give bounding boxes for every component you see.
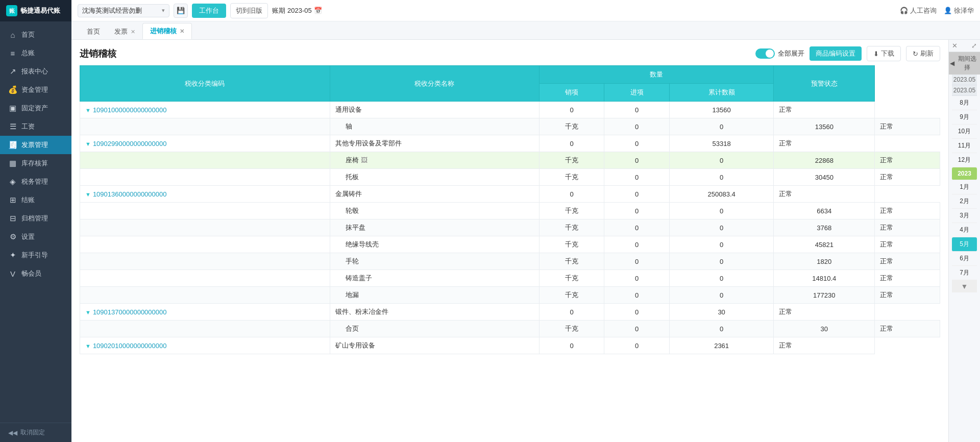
expand-toggle[interactable] — [755, 48, 775, 59]
row-code-empty — [80, 203, 330, 219]
period-month-6月[interactable]: 6月 — [952, 252, 977, 266]
period-month-5[interactable]: 5月 — [952, 237, 977, 252]
sidebar-item-archive[interactable]: ⊟归档管理 — [0, 209, 71, 228]
tab-close-reconcile[interactable]: ✕ — [180, 28, 184, 35]
row-sales: 0 — [539, 304, 604, 321]
row-unit: 千克 — [539, 118, 604, 135]
topbar-right: 🎧 人工咨询 👤 徐泽华 — [900, 6, 974, 15]
row-total: 30450 — [774, 169, 875, 186]
sidebar-item-member[interactable]: V畅会员 — [0, 264, 71, 283]
close-icon[interactable]: ✕ — [952, 42, 958, 50]
col-subheader-purchase: 进项 — [604, 84, 670, 102]
row-purchase: 0 — [604, 337, 670, 354]
period-month-12月[interactable]: 12月 — [952, 153, 977, 167]
reports-icon: ↗ — [8, 67, 17, 76]
sidebar-item-invoice[interactable]: 🧾发票管理 — [0, 136, 71, 154]
row-code-empty — [80, 236, 330, 253]
period-month-10月[interactable]: 10月 — [952, 125, 977, 139]
row-status: 正常 — [875, 118, 940, 135]
period-month-1月[interactable]: 1月 — [952, 180, 977, 194]
expand-row-icon[interactable]: ▼ — [85, 141, 91, 147]
sidebar-item-inventory[interactable]: ▦库存核算 — [0, 154, 71, 173]
table-row: 地漏 千克 0 0 177230 正常 — [80, 287, 940, 304]
download-button[interactable]: ⬇ 下载 — [867, 46, 901, 61]
sidebar-item-assets[interactable]: ▣固定资产 — [0, 99, 71, 117]
tab-close-invoice[interactable]: ✕ — [131, 29, 135, 35]
period-month-8月[interactable]: 8月 — [952, 96, 977, 110]
period-year-2023-05-a[interactable]: 2023.05 — [952, 75, 977, 85]
user-icon: 👤 — [944, 7, 952, 14]
salary-icon: ☰ — [8, 122, 17, 131]
expand-row-icon[interactable]: ▼ — [85, 343, 91, 349]
sidebar-item-settle[interactable]: ⊞结账 — [0, 191, 71, 209]
expand-row-icon[interactable]: ▼ — [85, 191, 91, 198]
sidebar-item-home[interactable]: ⌂首页 — [0, 26, 71, 44]
user-item[interactable]: 👤 徐泽华 — [944, 6, 974, 15]
row-child-name: 抹平盘 — [330, 219, 539, 236]
period-month-2月[interactable]: 2月 — [952, 194, 977, 209]
sidebar-label-archive: 归档管理 — [21, 214, 48, 223]
row-child-name: 绝缘导线壳 — [330, 236, 539, 253]
tab-home[interactable]: 首页 — [80, 24, 107, 39]
row-sales: 0 — [604, 203, 670, 219]
table-row: 轮毂 千克 0 0 6634 正常 — [80, 203, 940, 219]
product-code-button[interactable]: 商品编码设置 — [810, 46, 862, 61]
company-name: 沈海英测试经营勿删 — [82, 6, 142, 15]
scroll-down-button[interactable]: ▼ — [952, 280, 977, 292]
period-month-11月[interactable]: 11月 — [952, 139, 977, 153]
sidebar-label-funds: 资金管理 — [21, 85, 48, 94]
period-month-3月[interactable]: 3月 — [952, 209, 977, 223]
row-status: 正常 — [875, 236, 940, 253]
panel-title-text: 期间选择 — [955, 55, 979, 72]
row-status: 正常 — [774, 186, 875, 203]
period-month-9月[interactable]: 9月 — [952, 110, 977, 125]
period-month-7月[interactable]: 7月 — [952, 266, 977, 280]
tab-reconcile[interactable]: 进销稽核✕ — [142, 23, 192, 39]
period-year-marker[interactable]: 2023 — [952, 167, 977, 180]
period-year-2023-05-b[interactable]: 2023.05 — [952, 85, 977, 96]
row-child-name: 合页 — [330, 321, 539, 337]
expand-row-icon[interactable]: ▼ — [85, 309, 91, 315]
support-item[interactable]: 🎧 人工咨询 — [900, 6, 937, 15]
table-row: ▼10901360000000000000 金属铸件 0 0 250083.4 … — [80, 186, 940, 203]
row-total: 53318 — [670, 135, 774, 152]
sidebar-footer[interactable]: ◀◀ 取消固定 — [0, 423, 71, 442]
refresh-button[interactable]: ↻ 刷新 — [906, 46, 940, 61]
sidebar-item-tax[interactable]: ◈税务管理 — [0, 173, 71, 191]
period-month-4月[interactable]: 4月 — [952, 223, 977, 237]
row-code-empty — [80, 169, 330, 186]
app-logo: 账 畅捷通易代账 — [0, 0, 71, 21]
old-version-button[interactable]: 切到旧版 — [230, 3, 268, 18]
row-purchase: 0 — [604, 304, 670, 321]
row-purchase: 0 — [604, 102, 670, 118]
panel-title: ◀ 期间选择 — [949, 52, 980, 75]
row-total: 1820 — [774, 253, 875, 270]
row-sales: 0 — [539, 186, 604, 203]
row-code-empty — [80, 253, 330, 270]
calendar-icon[interactable]: 📅 — [314, 7, 322, 14]
sidebar-item-reports[interactable]: ↗报表中心 — [0, 62, 71, 81]
row-total: 22868 — [774, 152, 875, 169]
row-code-empty — [80, 118, 330, 135]
sidebar-item-salary[interactable]: ☰工资 — [0, 117, 71, 136]
workspace-button[interactable]: 工作台 — [192, 4, 226, 18]
sidebar-label-settle: 结账 — [21, 195, 35, 205]
expand-icon[interactable]: ⤢ — [971, 42, 977, 50]
row-status: 正常 — [774, 102, 875, 118]
tab-invoice[interactable]: 发票✕ — [107, 24, 142, 39]
sidebar-item-funds[interactable]: 💰资金管理 — [0, 81, 71, 99]
image-icon[interactable]: 🖼 — [361, 156, 368, 164]
save-button[interactable]: 💾 — [174, 4, 188, 18]
reconcile-table: 税收分类编码 税收分类名称 数量 预警状态 销项 进项 累计数额 ▼109010… — [80, 65, 940, 354]
sidebar-item-settings[interactable]: ⚙设置 — [0, 228, 71, 246]
expand-row-icon[interactable]: ▼ — [85, 107, 91, 113]
row-purchase: 0 — [670, 236, 774, 253]
sidebar-item-ledger[interactable]: ≡总账 — [0, 44, 71, 62]
main-area: 沈海英测试经营勿删 ▾ 💾 工作台 切到旧版 账期 2023-05 📅 🎧 人工… — [71, 0, 980, 442]
row-child-name: 手轮 — [330, 253, 539, 270]
row-code: ▼10901000000000000000 — [80, 102, 330, 118]
ledger-icon: ≡ — [8, 49, 17, 58]
company-selector[interactable]: 沈海英测试经营勿删 ▾ — [78, 4, 169, 17]
sidebar-item-guide[interactable]: ✦新手引导 — [0, 246, 71, 264]
home-icon: ⌂ — [8, 31, 17, 39]
